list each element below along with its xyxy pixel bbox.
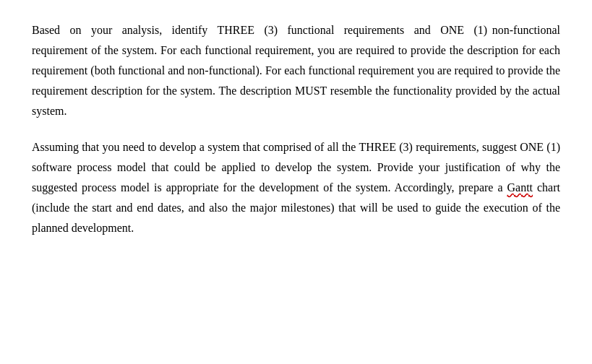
paragraph-2: Assuming that you need to develop a syst…: [32, 137, 560, 238]
paragraph-1: Based on your analysis, identify THREE (…: [32, 20, 560, 121]
paragraph-2-text: Assuming that you need to develop a syst…: [32, 141, 560, 234]
page-container: Based on your analysis, identify THREE (…: [0, 0, 592, 364]
gantt-word: Gantt: [507, 181, 533, 194]
paragraph-1-text: Based on your analysis, identify THREE (…: [32, 24, 560, 117]
